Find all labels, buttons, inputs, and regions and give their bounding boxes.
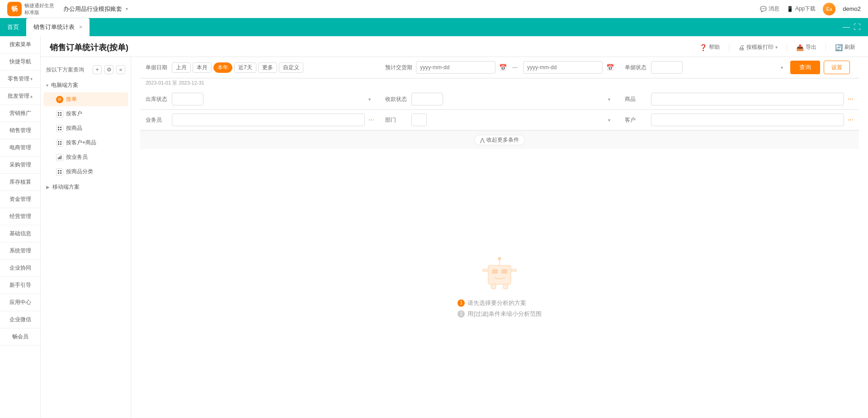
date-btn-this-year[interactable]: 本年 bbox=[213, 62, 232, 73]
date-btn-this-month[interactable]: 本月 bbox=[193, 62, 212, 73]
sidebar-item-enterprise[interactable]: 企业协同 bbox=[0, 260, 40, 277]
add-scheme-button[interactable]: + bbox=[93, 65, 102, 74]
status-label: 单据状态 bbox=[625, 64, 647, 71]
username-label[interactable]: demo2 bbox=[843, 5, 861, 12]
filter-col-department: 部门 bbox=[380, 110, 619, 130]
scheme-item-by-category[interactable]: 按商品分类 bbox=[43, 165, 128, 179]
export-button[interactable]: 📤 导出 bbox=[793, 42, 820, 53]
filter-col-payment-status: 收款状态 已收款 未收款 bbox=[380, 89, 619, 109]
customer-label: 客户 bbox=[625, 116, 647, 124]
svg-rect-0 bbox=[58, 112, 59, 114]
sidebar-item-wholesale[interactable]: 批发管理 ▴ bbox=[0, 88, 40, 105]
fullscreen-icon[interactable]: ⛶ bbox=[854, 23, 861, 31]
svg-rect-6 bbox=[58, 129, 59, 130]
expected-date-end-input[interactable] bbox=[523, 61, 603, 74]
date-btn-more[interactable]: 更多 bbox=[258, 62, 277, 73]
settings-button[interactable]: 设置 bbox=[824, 61, 850, 74]
salesperson-more-icon[interactable]: ··· bbox=[368, 116, 374, 124]
sidebar-item-sales[interactable]: 销售管理 bbox=[0, 122, 40, 139]
calendar-start-icon[interactable]: 📅 bbox=[499, 64, 507, 71]
collapse-button[interactable]: ⋀ 收起更多条件 bbox=[474, 135, 525, 145]
desktop-group-label: 电脑端方案 bbox=[51, 81, 78, 89]
svg-rect-20 bbox=[492, 269, 498, 274]
right-content: 单据日期 上月 本月 本年 近7天 更多 自定义 bbox=[131, 57, 868, 418]
sidebar-item-wechat[interactable]: 企业微信 bbox=[0, 311, 40, 328]
date-btn-last-month[interactable]: 上月 bbox=[172, 62, 191, 73]
workspace-dropdown-icon[interactable]: ▾ bbox=[126, 6, 128, 11]
svg-rect-26 bbox=[491, 284, 496, 289]
desktop-group-arrow: ▾ bbox=[46, 83, 48, 88]
svg-rect-16 bbox=[60, 170, 61, 171]
sidebar-item-marketing[interactable]: 营销推广 bbox=[0, 105, 40, 122]
sidebar-item-member[interactable]: 畅会员 bbox=[0, 328, 40, 346]
scheme-item-by-salesperson[interactable]: 按业务员 bbox=[43, 150, 128, 164]
sidebar-item-app-center[interactable]: 应用中心 bbox=[0, 294, 40, 311]
filter-col-expected-date: 预计交货期 📅 — 📅 bbox=[380, 57, 619, 78]
search-button[interactable]: 查询 bbox=[790, 61, 820, 74]
sidebar-item-inventory[interactable]: 库存核算 bbox=[0, 174, 40, 191]
template-print-button[interactable]: 🖨 按模板打印 ▾ bbox=[735, 42, 781, 53]
tab-home[interactable]: 首页 bbox=[0, 18, 26, 36]
help-icon: ❓ bbox=[699, 44, 707, 51]
sidebar-item-system[interactable]: 系统管理 bbox=[0, 242, 40, 260]
message-button[interactable]: 💬 消息 bbox=[760, 5, 779, 13]
panel-header: 按以下方案查询 + ⚙ « bbox=[41, 62, 131, 77]
sidebar-item-retail[interactable]: 零售管理 ▾ bbox=[0, 71, 40, 88]
sidebar-item-operations[interactable]: 经营管理 bbox=[0, 208, 40, 225]
top-bar-left: 畅 畅捷通好生意 标准版 bbox=[7, 2, 54, 16]
page-title: 销售订单统计表(按单) bbox=[50, 42, 128, 53]
svg-rect-21 bbox=[501, 269, 507, 274]
calendar-end-icon[interactable]: 📅 bbox=[606, 64, 614, 71]
collapse-icon: ⋀ bbox=[480, 137, 485, 143]
expected-date-start-input[interactable] bbox=[416, 61, 495, 74]
settings-scheme-button[interactable]: ⚙ bbox=[104, 65, 113, 74]
goods-label: 商品 bbox=[625, 95, 647, 103]
sidebar-item-basic-info[interactable]: 基础信息 bbox=[0, 225, 40, 242]
customer-more-icon[interactable]: ··· bbox=[848, 116, 854, 124]
app-download-button[interactable]: 📱 App下载 bbox=[787, 5, 816, 13]
workspace-name[interactable]: 办公用品行业模拟账套 bbox=[63, 5, 122, 13]
salesperson-input[interactable] bbox=[172, 114, 365, 126]
wholesale-arrow-icon: ▴ bbox=[30, 94, 33, 99]
scheme-group-mobile-header[interactable]: ▶ 移动端方案 bbox=[41, 180, 131, 194]
out-status-select-wrapper: 已出库 未出库 bbox=[172, 93, 374, 105]
nav-tabs: 首页 销售订单统计表 × — ⛶ bbox=[0, 18, 868, 36]
date-btn-custom[interactable]: 自定义 bbox=[279, 62, 303, 73]
export-icon: 📤 bbox=[796, 44, 804, 51]
sidebar-item-newbie[interactable]: 新手引导 bbox=[0, 277, 40, 294]
sidebar-item-finance[interactable]: 资金管理 bbox=[0, 191, 40, 208]
customer-input[interactable] bbox=[651, 114, 844, 126]
status-select[interactable]: 待审核 已审核 bbox=[651, 61, 683, 74]
scheme-item-by-customer[interactable]: 按客户 bbox=[43, 107, 128, 121]
empty-tip-2: 2 用[过滤]条件来缩小分析范围 bbox=[458, 310, 541, 318]
goods-more-icon[interactable]: ··· bbox=[848, 95, 854, 103]
close-tab-icon[interactable]: × bbox=[79, 24, 82, 30]
scheme-item-by-customer-goods[interactable]: 按客户+商品 bbox=[43, 136, 128, 150]
out-status-label: 出库状态 bbox=[146, 95, 168, 103]
sidebar-item-quick-nav[interactable]: 快捷导航 bbox=[0, 53, 40, 71]
date-range-display: 2023-01-01 至 2023-12-31 bbox=[140, 79, 859, 89]
scheme-item-by-order[interactable]: 按 按单 bbox=[43, 92, 128, 106]
payment-status-label: 收款状态 bbox=[385, 95, 408, 103]
svg-rect-15 bbox=[58, 170, 59, 171]
collapse-panel-button[interactable]: « bbox=[116, 65, 125, 74]
scheme-item-by-goods[interactable]: 按商品 bbox=[43, 121, 128, 135]
payment-status-select[interactable]: 已收款 未收款 bbox=[411, 93, 443, 105]
department-select[interactable] bbox=[411, 114, 427, 126]
refresh-button[interactable]: 🔄 刷新 bbox=[831, 42, 859, 53]
date-btn-7days[interactable]: 近7天 bbox=[234, 62, 256, 73]
out-status-select[interactable]: 已出库 未出库 bbox=[172, 93, 203, 105]
avatar[interactable]: Ea bbox=[823, 3, 835, 15]
goods-input[interactable] bbox=[651, 93, 844, 105]
expected-date-label: 预计交货期 bbox=[385, 64, 412, 71]
divider3 bbox=[826, 44, 826, 51]
sidebar-item-procurement[interactable]: 采购管理 bbox=[0, 157, 40, 174]
svg-rect-2 bbox=[58, 114, 59, 116]
sidebar-item-ecommerce[interactable]: 电商管理 bbox=[0, 139, 40, 157]
scheme-group-desktop-header[interactable]: ▾ 电脑端方案 bbox=[41, 79, 131, 92]
help-button[interactable]: ❓ 帮助 bbox=[696, 42, 723, 53]
sidebar-item-search-menu[interactable]: 搜索菜单 bbox=[0, 36, 40, 53]
tab-sales-order-stats[interactable]: 销售订单统计表 × bbox=[26, 18, 90, 36]
minimize-icon[interactable]: — bbox=[843, 23, 850, 31]
svg-rect-8 bbox=[58, 141, 59, 142]
